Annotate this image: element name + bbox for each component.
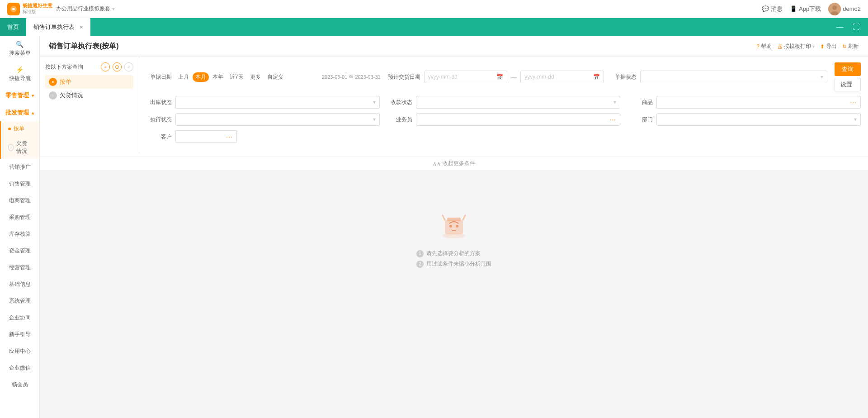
sidebar-sub-item-arrears[interactable]: ○ 欠货情况 (1, 136, 39, 159)
tab-sales-order[interactable]: 销售订单执行表 ✕ (26, 18, 90, 36)
export-button[interactable]: ⬆ 导出 (820, 43, 837, 50)
sidebar-item-basic[interactable]: 基础信息 (0, 276, 39, 293)
help-icon: ? (756, 43, 760, 50)
salesperson-label: 业务员 (387, 116, 412, 124)
help-button[interactable]: ? 帮助 (756, 43, 772, 50)
logo-icon (7, 3, 20, 15)
tab-expand-button[interactable]: ⛶ (850, 21, 863, 33)
page-header-actions: ? 帮助 🖨 按模板打印 ▾ ⬆ 导出 ↻ 刷新 (756, 43, 859, 56)
arrears-label: 欠货情况 (16, 140, 32, 155)
basic-label: 基础信息 (9, 280, 31, 288)
newbie-label: 新手引导 (9, 331, 31, 338)
sidebar-item-quick-nav[interactable]: ⚡ 快捷导航 (0, 62, 39, 87)
sidebar-search-label: 搜索菜单 (9, 49, 31, 57)
sidebar-sub-item-press[interactable]: 按单 (1, 121, 39, 136)
tab-home[interactable]: 首页 (0, 18, 26, 36)
add-scheme-button[interactable]: + (101, 62, 110, 71)
messages-button[interactable]: 💬 消息 (762, 5, 783, 13)
member-label: 畅会员 (12, 381, 28, 389)
app-download-label: App下载 (799, 5, 821, 13)
tab-close-icon[interactable]: ✕ (79, 24, 83, 30)
filter-field-salesperson: 业务员 ··· (387, 113, 620, 126)
date-tab-this-month[interactable]: 本月 (193, 72, 209, 82)
salesperson-dots-icon[interactable]: ··· (609, 116, 616, 123)
user-area[interactable]: demo2 (828, 3, 861, 15)
svg-point-7 (449, 225, 452, 228)
date-tab-custom[interactable]: 自定义 (264, 72, 286, 82)
collapse-bar[interactable]: ∧∧ 收起更多条件 (40, 157, 868, 170)
date-tab-last-month[interactable]: 上月 (175, 72, 192, 82)
customer-dots-icon[interactable]: ··· (226, 133, 233, 140)
filter-panel: 按以下方案查询 + ⊙ « ● 按单 ○ 欠货情况 (40, 57, 868, 153)
execution-status-select[interactable]: ▾ (175, 113, 380, 126)
query-button[interactable]: 查询 (835, 62, 861, 76)
product-dots-icon[interactable]: ··· (850, 99, 857, 106)
empty-state-hints: 1 请先选择要分析的方案 2 用过滤条件来缩小分析范围 (416, 250, 491, 271)
sidebar-item-newbie[interactable]: 新手引导 (0, 326, 39, 343)
customer-input[interactable]: ··· (175, 130, 237, 143)
collection-status-select[interactable]: ▾ (416, 96, 620, 109)
sidebar-quick-nav-label: 快捷导航 (9, 75, 31, 82)
sidebar-group-retail: 零售管理 ▾ (0, 87, 39, 104)
filter-fields-panel: 单据日期 上月 本月 本年 近7天 更多 自定义 (139, 57, 868, 153)
sidebar-item-member[interactable]: 畅会员 (0, 376, 39, 393)
breadcrumb-arrow-icon[interactable]: ▾ (112, 6, 115, 12)
date-tab-this-year[interactable]: 本年 (210, 72, 226, 82)
filter-scheme-title: 按以下方案查询 + ⊙ « (45, 62, 133, 71)
quick-nav-icon: ⚡ (16, 66, 24, 73)
refresh-icon: ↻ (842, 43, 847, 50)
scheme-item-arrears[interactable]: ○ 欠货情况 (45, 89, 133, 102)
order-status-select[interactable]: ▾ (640, 71, 827, 83)
filter-scheme-panel: 按以下方案查询 + ⊙ « ● 按单 ○ 欠货情况 (40, 57, 139, 153)
collapse-button[interactable]: ∧∧ 收起更多条件 (433, 160, 475, 167)
product-input[interactable]: ··· (656, 96, 861, 109)
sidebar-item-sales[interactable]: 销售管理 (0, 176, 39, 192)
salesperson-input[interactable]: ··· (416, 113, 620, 126)
sidebar-item-purchase[interactable]: 采购管理 (0, 209, 39, 226)
expected-date-from-input[interactable]: yyyy-mm-dd 📅 (424, 71, 508, 83)
filter-field-delivery-status: 出库状态 ▾ (146, 96, 380, 109)
delivery-status-select[interactable]: ▾ (175, 96, 380, 109)
edit-scheme-button[interactable]: ⊙ (113, 62, 122, 71)
sidebar-item-wholesale[interactable]: 批发管理 ▴ (0, 104, 39, 121)
breadcrumb: 办公用品行业模拟账套 ▾ (56, 5, 115, 13)
app-icon: 📱 (790, 5, 797, 12)
sidebar-item-wechat[interactable]: 企业微信 (0, 360, 39, 376)
sidebar-item-inventory[interactable]: 库存核算 (0, 226, 39, 242)
date-tab-more[interactable]: 更多 (247, 72, 264, 82)
sidebar-item-ecommerce[interactable]: 电商管理 (0, 192, 39, 209)
scheme-arrears-label: 欠货情况 (60, 91, 83, 100)
settings-button[interactable]: 设置 (835, 78, 861, 91)
content-area: 销售订单执行表(按单) ? 帮助 🖨 按模板打印 ▾ ⬆ 导出 ↻ 刷新 (40, 36, 868, 418)
filter-field-product: 商品 ··· (627, 96, 861, 109)
apps-label: 应用中心 (9, 347, 31, 355)
sidebar-item-cooperation[interactable]: 企业协同 (0, 309, 39, 326)
system-label: 系统管理 (9, 297, 31, 305)
customer-label: 客户 (146, 133, 172, 141)
expected-date-to-input[interactable]: yyyy-mm-dd 📅 (520, 71, 604, 83)
collapse-scheme-button[interactable]: « (124, 62, 133, 71)
app-download-button[interactable]: 📱 App下载 (790, 5, 821, 13)
template-print-arrow: ▾ (812, 44, 815, 49)
sidebar-item-marketing[interactable]: 营销推广 (0, 159, 39, 176)
sidebar-item-apps[interactable]: 应用中心 (0, 343, 39, 360)
refresh-button[interactable]: ↻ 刷新 (842, 43, 859, 50)
svg-rect-6 (447, 218, 461, 221)
execution-status-label: 执行状态 (146, 116, 172, 124)
sidebar-item-system[interactable]: 系统管理 (0, 293, 39, 309)
hint-num-2: 2 (416, 261, 424, 268)
wholesale-label: 批发管理 (5, 109, 29, 117)
sidebar-item-finance[interactable]: 资金管理 (0, 242, 39, 259)
page-title: 销售订单执行表(按单) (49, 42, 119, 57)
template-print-label: 按模板打印 (784, 43, 811, 50)
user-name: demo2 (843, 5, 861, 12)
sidebar-item-retail[interactable]: 零售管理 ▾ (0, 87, 39, 104)
scheme-item-press[interactable]: ● 按单 (45, 75, 133, 89)
sidebar-item-operations[interactable]: 经营管理 (0, 259, 39, 276)
sidebar-group-wholesale: 批发管理 ▴ 按单 ○ 欠货情况 (0, 104, 39, 159)
template-print-button[interactable]: 🖨 按模板打印 ▾ (777, 43, 815, 50)
sidebar-item-search[interactable]: 🔍 搜索菜单 (0, 36, 39, 62)
tab-minimize-button[interactable]: — (834, 21, 846, 33)
department-select[interactable]: ▾ (656, 113, 861, 126)
date-tab-7days[interactable]: 近7天 (227, 72, 246, 82)
